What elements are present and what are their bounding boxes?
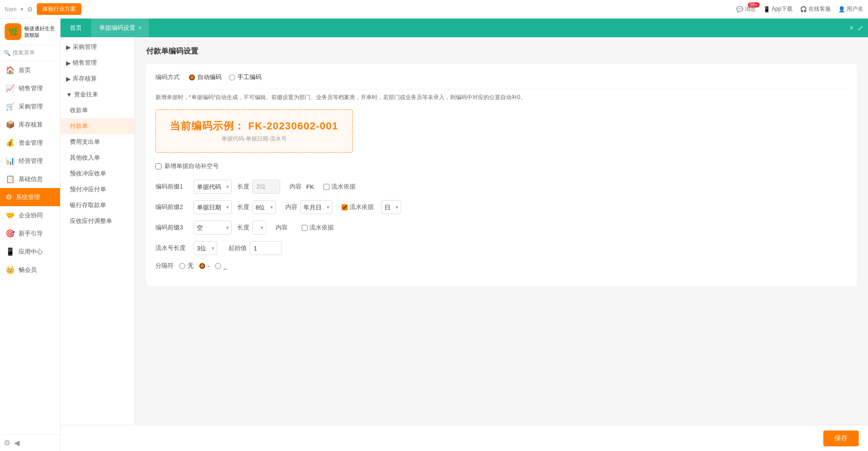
prefix3-content-field: 内容	[272, 223, 292, 232]
prefix3-serial-checkbox[interactable]	[302, 225, 308, 231]
prefix1-label: 编码前缀1	[155, 182, 188, 191]
save-button[interactable]: 保存	[823, 431, 859, 446]
bottom-collapse-icon[interactable]: ◀	[14, 438, 20, 447]
prefix2-content-select[interactable]: 年月日 年月 年	[300, 200, 332, 214]
prefix1-content-value: FK	[306, 183, 314, 190]
app-download-button[interactable]: 📱 App下载	[763, 5, 793, 13]
prefix2-period-wrapper[interactable]: 日 月 年	[381, 200, 401, 214]
mid-group-purchase[interactable]: ▶ 采购管理	[61, 39, 135, 55]
sep-dot2[interactable]: _	[215, 263, 227, 269]
mid-sidebar: ▶ 采购管理 ▶ 销售管理 ▶ 库存核算 ▼ 资金往来 收	[61, 37, 135, 425]
sidebar-item-system[interactable]: ⚙ 系统管理	[0, 188, 60, 206]
prefix3-length-wrapper[interactable]	[252, 221, 266, 235]
separator-row: 分隔符 无 - _	[155, 262, 848, 270]
radio-manual-input[interactable]	[229, 74, 235, 81]
tab-active[interactable]: 单据编码设置 ×	[92, 19, 149, 37]
prefix2-select-wrapper[interactable]: 单据日期 单据代码 空	[194, 200, 232, 214]
trial-button[interactable]: 体验行业方案	[37, 3, 81, 15]
sep-none-radio[interactable]	[179, 263, 185, 269]
top-bar-right: 💬 消息 99+ 📱 App下载 🎧 在线客服 👤 用户名	[736, 5, 863, 13]
user-avatar[interactable]: 👤 用户名	[838, 5, 863, 13]
prefix1-content-label: 内容	[289, 182, 302, 191]
mid-leaf-expense[interactable]: 费用支出单	[61, 134, 135, 150]
mid-leaf-other-income[interactable]: 其他收入单	[61, 150, 135, 166]
sidebar-item-finance[interactable]: 💰 资金管理	[0, 134, 60, 152]
mid-leaf-prepay-pay[interactable]: 预付冲应付单	[61, 182, 135, 197]
sep-dot2-radio[interactable]	[215, 263, 221, 269]
serial-row: 流水号长度 3位 4位 5位 起始值	[155, 241, 848, 255]
sidebar-item-home[interactable]: 🏠 首页	[0, 61, 60, 79]
prefix2-content-wrapper[interactable]: 年月日 年月 年	[300, 200, 332, 214]
prefix3-length-select[interactable]	[252, 221, 266, 235]
prefix3-select[interactable]: 空 单据代码 单据日期	[194, 221, 232, 235]
prefix3-select-wrapper[interactable]: 空 单据代码 单据日期	[194, 221, 232, 235]
divider-1	[155, 89, 848, 89]
main-layout: 🌿 畅捷通好生意 旗舰版 🔍 搜索菜单 🏠 首页 📈 销售管理 🛒 采购管理	[0, 19, 868, 451]
tab-expand-icon[interactable]: ⤢	[857, 24, 863, 33]
sep-dot1-radio[interactable]	[199, 263, 205, 269]
mid-leaf-adjust[interactable]: 应收应付调整单	[61, 213, 135, 229]
search-icon: 🔍	[4, 50, 11, 56]
sidebar-item-basic[interactable]: 📋 基础信息	[0, 170, 60, 188]
sidebar-item-guide[interactable]: 🎯 新手引导	[0, 224, 60, 242]
left-sidebar: 🌿 畅捷通好生意 旗舰版 🔍 搜索菜单 🏠 首页 📈 销售管理 🛒 采购管理	[0, 19, 61, 451]
sidebar-item-operations[interactable]: 📊 经营管理	[0, 152, 60, 170]
radio-auto[interactable]: 自动编码	[189, 73, 222, 81]
radio-auto-label: 自动编码	[197, 73, 222, 81]
prefix1-serial-checkbox[interactable]	[323, 184, 330, 190]
sidebar-item-enterprise[interactable]: 🤝 企业协同	[0, 206, 60, 224]
mid-leaf-receipt[interactable]: 收款单	[61, 102, 135, 118]
sep-none[interactable]: 无	[179, 262, 194, 270]
mid-group-sales[interactable]: ▶ 销售管理	[61, 55, 135, 71]
prefix2-length-select[interactable]: 8位 6位 4位	[252, 200, 276, 214]
radio-auto-input[interactable]	[189, 74, 195, 81]
sidebar-item-sales[interactable]: 📈 销售管理	[0, 79, 60, 97]
mid-leaf-payment[interactable]: 付款单	[61, 118, 135, 134]
mid-group-finance[interactable]: ▼ 资金往来	[61, 87, 135, 102]
service-icon: 🎧	[800, 6, 807, 13]
config-row-prefix1: 编码前缀1 单据代码 单据日期 空 部门 业务员 长度	[155, 180, 848, 194]
sidebar-item-appcenter[interactable]: 📱 应用中心	[0, 242, 60, 261]
dropdown-arrow-icon[interactable]: ▾	[20, 6, 23, 13]
message-button[interactable]: 💬 消息 99+	[736, 5, 756, 13]
tab-bar-right: × ⤢	[849, 24, 868, 33]
settings-card: 编码方式 自动编码 手工编码	[146, 64, 857, 286]
tab-home[interactable]: 首页	[61, 19, 92, 37]
hint-text: 新增单据时，*单据编码*自动生成，不可编辑。前缀设置为部门、业务员等档案类，开单…	[155, 93, 848, 102]
mid-group-finance-arrow: ▼	[66, 91, 72, 98]
serial-start-label: 起始值	[229, 244, 247, 252]
sidebar-item-inventory[interactable]: 📦 库存核算	[0, 115, 60, 134]
auto-fill-checkbox[interactable]	[155, 163, 161, 169]
prefix2-length-wrapper[interactable]: 8位 6位 4位	[252, 200, 276, 214]
serial-length-select[interactable]: 3位 4位 5位	[194, 241, 217, 255]
sidebar-item-member[interactable]: 👑 畅会员	[0, 261, 60, 279]
settings-icon[interactable]: ⚙	[27, 6, 33, 13]
mid-group-inventory[interactable]: ▶ 库存核算	[61, 71, 135, 87]
message-badge: 99+	[748, 2, 760, 7]
prefix1-select[interactable]: 单据代码 单据日期 空 部门 业务员	[194, 180, 232, 194]
sidebar-search[interactable]: 🔍 搜索菜单	[0, 45, 60, 61]
sidebar-item-purchase[interactable]: 🛒 采购管理	[0, 97, 60, 115]
serial-start-input[interactable]	[249, 241, 282, 255]
prefix2-serial-label: 流水依据	[350, 203, 374, 211]
member-icon: 👑	[6, 265, 15, 274]
page-title: 付款单编码设置	[146, 47, 857, 56]
tab-close-icon[interactable]: ×	[138, 25, 141, 31]
prefix2-select[interactable]: 单据日期 单据代码 空	[194, 200, 232, 214]
serial-length-wrapper[interactable]: 3位 4位 5位	[194, 241, 217, 255]
bottom-settings-icon[interactable]: ⚙	[4, 438, 10, 447]
sep-dot2-label: _	[223, 263, 227, 269]
sep-dot1[interactable]: -	[199, 263, 209, 269]
mid-leaf-bank[interactable]: 银行存取款单	[61, 197, 135, 213]
online-service-button[interactable]: 🎧 在线客服	[800, 5, 831, 13]
radio-manual[interactable]: 手工编码	[229, 73, 262, 81]
prefix2-length-label: 长度	[237, 203, 249, 211]
bottom-bar: 保存	[61, 425, 868, 451]
prefix1-select-wrapper[interactable]: 单据代码 单据日期 空 部门 业务员	[194, 180, 232, 194]
tab-minimize-icon[interactable]: ×	[849, 24, 854, 32]
auto-fill-row: 新增单据自动补空号	[155, 162, 848, 170]
tab-active-label: 单据编码设置	[99, 24, 135, 32]
prefix2-period-select[interactable]: 日 月 年	[381, 200, 401, 214]
prefix2-serial-checkbox[interactable]	[342, 204, 348, 210]
mid-leaf-prepay-recv[interactable]: 预收冲应收单	[61, 166, 135, 182]
